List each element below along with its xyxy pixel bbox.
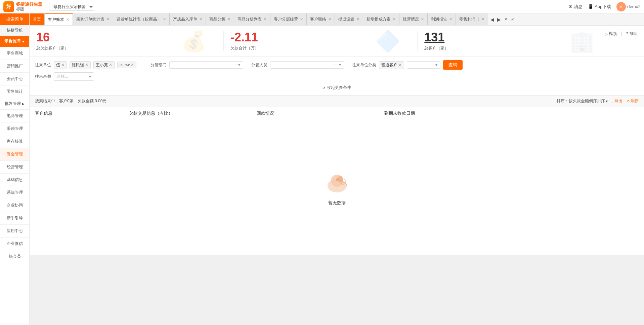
sidebar-item-app-center[interactable]: 应用中心 xyxy=(0,225,29,238)
logo: 好 畅捷通好生意 标版 xyxy=(3,1,42,12)
tab-close-product-analysis[interactable]: ✕ xyxy=(227,17,230,22)
filter-person-dropdown[interactable]: ⋯ ▾ xyxy=(270,61,344,69)
col-header-debt: 欠款交易信息（占比） xyxy=(129,110,257,116)
stat-label-total-customers: 总客户（家） xyxy=(424,45,448,51)
tab-close-profit-report[interactable]: ✕ xyxy=(449,17,452,22)
page-content: 💰 16 总欠款客户（家） 🔷 -2.11 欠款合计（万） xyxy=(30,26,644,325)
sidebar-item-purchase[interactable]: 采购管理 xyxy=(0,122,29,135)
tab-purchase-orders[interactable]: 采购订单统计表 ✕ xyxy=(73,13,113,26)
filter-more-units[interactable]: ... xyxy=(139,63,142,67)
tab-business-status[interactable]: 经营情况 ✕ xyxy=(399,13,428,26)
filter-tag-unit-2: 陈民强 ✕ xyxy=(70,61,91,69)
tab-customer-accounts[interactable]: 客户账本 ✕ xyxy=(45,13,73,26)
phone-icon: 📱 xyxy=(588,4,593,9)
sidebar-item-retail-stats[interactable]: 零售统计 xyxy=(0,85,29,98)
help-link[interactable]: ? 帮助 xyxy=(626,31,637,37)
filter-collapse-btn[interactable]: ∧ 收起更多条件 xyxy=(35,83,639,92)
sidebar-item-inventory[interactable]: 库存核算 xyxy=(0,135,29,148)
video-link[interactable]: ▷ 视频 xyxy=(605,31,617,37)
empty-state: 暂无数据 xyxy=(324,149,350,226)
sidebar-quick-nav[interactable]: 快捷导航 xyxy=(0,25,29,36)
chevron-right-icon: ▶ xyxy=(22,102,25,106)
main-area: 首页 客户账本 ✕ 采购订单统计表 ✕ 进货单统计表（按商品） ✕ 产成品入库单… xyxy=(30,13,644,325)
account-dropdown[interactable]: 母婴行业演示帐套 xyxy=(49,3,94,11)
tab-product-inbound[interactable]: 产成品入库单 ✕ xyxy=(170,13,206,26)
tab-home[interactable]: 首页 xyxy=(30,13,45,26)
filter-tag-remove-unit-4[interactable]: ✕ xyxy=(131,63,134,67)
filter-tag-remove-category-1[interactable]: ✕ xyxy=(398,63,402,67)
sidebar-item-finance[interactable]: 资金管理 xyxy=(0,148,29,161)
sidebar-item-members[interactable]: 会员中心 xyxy=(0,73,29,85)
sidebar-section-retail[interactable]: 零售管理 ▼ xyxy=(0,36,29,47)
top-actions: ▷ 视频 | ? 帮助 xyxy=(605,31,637,51)
stat-value-customers: 16 xyxy=(36,31,69,43)
query-button[interactable]: 查询 xyxy=(443,60,463,70)
tab-close-retail-profit[interactable]: ✕ xyxy=(481,17,484,22)
tab-product-analysis[interactable]: 商品分析 ✕ xyxy=(206,13,234,26)
sort-btn[interactable]: 排序：按欠款金额倒序排序 ▾ xyxy=(557,98,608,104)
tab-close-promo-settings[interactable]: ✕ xyxy=(356,17,359,22)
filter-remain-label: 往来余额 xyxy=(35,74,51,79)
export-btn[interactable]: ↓ 导出 xyxy=(612,98,622,104)
tab-close-business-status[interactable]: ✕ xyxy=(421,17,424,22)
tab-prev-btn[interactable]: ◀ xyxy=(489,13,496,26)
sidebar-item-operations[interactable]: 经营管理 xyxy=(0,161,29,174)
tab-inbound-stats[interactable]: 进货单统计表（按商品） ✕ xyxy=(113,13,170,26)
tab-promo-settings[interactable]: 提成设置 ✕ xyxy=(335,13,363,26)
refresh-icon: ↺ xyxy=(627,99,630,104)
user-profile-btn[interactable]: d demo2 xyxy=(616,2,641,11)
tab-profit-report[interactable]: 利润报告 ✕ xyxy=(428,13,456,26)
tab-close-new-promo[interactable]: ✕ xyxy=(393,17,396,22)
filter-tag-unit-1: 伍 ✕ xyxy=(54,61,67,69)
tab-close-customer-accounts[interactable]: ✕ xyxy=(66,17,69,22)
filter-tag-remove-unit-3[interactable]: ✕ xyxy=(109,63,112,67)
tab-next-btn[interactable]: ▶ xyxy=(496,13,502,26)
sort-caret-icon: ▾ xyxy=(606,99,608,104)
account-select[interactable]: 母婴行业演示帐套 xyxy=(49,3,94,11)
filter-category-label: 往来单位分类 xyxy=(352,62,376,68)
tab-customer-contact[interactable]: 客户联络 ✕ xyxy=(307,13,335,26)
sidebar-item-system[interactable]: 系统管理 xyxy=(0,186,29,199)
tab-maximize-btn[interactable]: ⤢ xyxy=(509,13,516,26)
category-caret-icon: ▾ xyxy=(435,63,437,67)
filter-person-label: 分管人员 xyxy=(251,62,267,68)
sidebar-item-new-user[interactable]: 新手引导 xyxy=(0,212,29,225)
video-icon: ▷ xyxy=(605,32,608,36)
top-bar-right: ✉ 消息 📱 App下载 d demo2 xyxy=(569,2,641,11)
message-btn[interactable]: ✉ 消息 xyxy=(569,4,583,10)
tab-new-promo[interactable]: 新增提成方案 ✕ xyxy=(363,13,399,26)
filter-remain-placeholder: 选择... xyxy=(57,74,68,79)
app-download-btn[interactable]: 📱 App下载 xyxy=(588,4,611,10)
empty-text: 暂无数据 xyxy=(328,200,346,206)
refresh-btn[interactable]: ↺ 刷新 xyxy=(627,98,639,104)
filter-row-2: 往来余额 选择... ▾ xyxy=(35,72,639,81)
tab-product-analysis-list[interactable]: 商品分析列表 ✕ xyxy=(234,13,270,26)
sidebar-item-wholesale[interactable]: 批发管理 ▶ xyxy=(0,98,29,110)
sidebar-item-chang-member[interactable]: 畅会员 xyxy=(0,250,29,263)
remain-caret-icon: ▾ xyxy=(89,74,91,79)
tab-close-inbound-stats[interactable]: ✕ xyxy=(163,17,166,22)
tab-retail-profit[interactable]: 零售利润（ ✕ xyxy=(456,13,488,26)
tab-close-product-analysis-list[interactable]: ✕ xyxy=(264,17,267,22)
sidebar-item-ecommerce[interactable]: 电商管理 xyxy=(0,110,29,122)
tab-close-purchase-orders[interactable]: ✕ xyxy=(106,17,110,22)
sidebar-item-marketing[interactable]: 营销推广 xyxy=(0,60,29,73)
filter-remain-dropdown[interactable]: 选择... ▾ xyxy=(54,72,94,81)
chevron-up-icon: ∧ xyxy=(323,85,326,90)
tab-close-all-btn[interactable]: ✕ xyxy=(502,13,509,26)
tab-close-customer-contact[interactable]: ✕ xyxy=(328,17,331,22)
filter-tag-remove-unit-1[interactable]: ✕ xyxy=(61,63,65,67)
tab-customer-segment[interactable]: 客户分层经营 ✕ xyxy=(270,13,307,26)
sidebar-item-retail-shop[interactable]: 零售商城 xyxy=(0,47,29,60)
sidebar-item-enterprise-wechat[interactable]: 企业微信 xyxy=(0,238,29,250)
sidebar-item-enterprise-collab[interactable]: 企业协同 xyxy=(0,199,29,212)
tab-close-product-inbound[interactable]: ✕ xyxy=(199,17,202,22)
sidebar-item-basic-info[interactable]: 基础信息 xyxy=(0,174,29,186)
filter-tag-remove-unit-2[interactable]: ✕ xyxy=(85,63,88,67)
top-bar: 好 畅捷通好生意 标版 母婴行业演示帐套 ✉ 消息 📱 App下载 d demo… xyxy=(0,0,644,13)
stat-divider-1 xyxy=(223,31,224,51)
tab-close-customer-segment[interactable]: ✕ xyxy=(300,17,303,22)
sidebar-search[interactable]: 搜索菜单 xyxy=(0,13,29,25)
filter-category-dropdown[interactable]: ▾ xyxy=(407,61,440,69)
filter-dept-dropdown[interactable]: ⋯ ▾ xyxy=(169,61,243,69)
